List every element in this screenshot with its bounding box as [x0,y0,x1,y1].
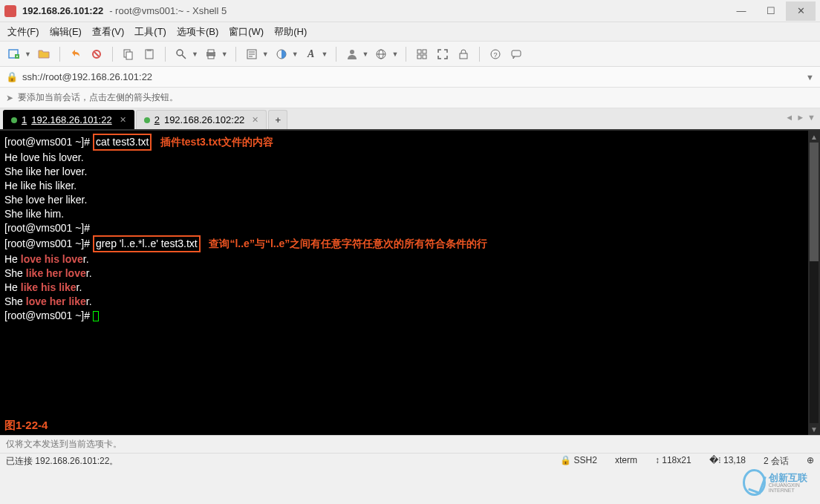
output-line: He like his liker. [4,179,816,193]
status-term: xterm [615,455,637,468]
chat-icon[interactable] [508,46,524,62]
maximize-button[interactable]: ☐ [756,1,786,21]
figure-label: 图1-22-4 [4,418,48,432]
svg-rect-18 [417,55,421,59]
menu-tabs[interactable]: 选项卡(B) [177,25,218,39]
lock-icon[interactable] [455,46,472,62]
menu-view[interactable]: 查看(V) [92,25,124,39]
dropdown-icon[interactable]: ▼ [391,50,398,58]
menu-file[interactable]: 文件(F) [7,25,39,39]
tabstrip: 1 192.168.26.101:22 ✕ 2 192.168.26.102:2… [0,108,820,131]
status-connection: 已连接 192.168.26.101:22。 [6,455,118,468]
menu-window[interactable]: 窗口(W) [229,25,264,39]
find-icon[interactable] [173,46,189,62]
tile-icon[interactable] [414,46,430,62]
output-line: He love his lover. [4,151,816,165]
output-line: She love her liker. [4,193,816,207]
scroll-thumb[interactable] [810,143,819,261]
annotation-2: 查询“l..e”与“l..e”之间有任意字符任意次的所有符合条件的行 [209,238,487,249]
print-icon[interactable] [203,46,219,62]
globe-icon[interactable] [373,46,389,62]
titlebar: 192.168.26.101:22 - root@vms001:~ - Xshe… [0,0,820,22]
tab-session-1[interactable]: 1 192.168.26.101:22 ✕ [3,110,134,129]
window-title-path: - root@vms001:~ - Xshell 5 [109,5,227,16]
svg-point-7 [177,50,183,56]
font-icon[interactable]: A [303,46,319,62]
grep-line: She love her liker. [4,295,816,309]
menu-help[interactable]: 帮助(H) [274,25,307,39]
minimize-button[interactable]: — [726,1,756,21]
svg-rect-9 [208,50,214,53]
dropdown-icon[interactable]: ▼ [192,50,198,58]
arrow-icon[interactable]: ➤ [6,93,13,103]
output-line: She like her lover. [4,165,816,179]
dropdown-icon[interactable]: ▼ [322,50,328,58]
tab-menu-icon[interactable]: ▼ [807,113,816,122]
address-url: ssh://root@192.168.26.101:22 [22,71,152,82]
tab-scroll-left-icon[interactable]: ◄ [785,113,793,122]
watermark-icon [743,469,766,496]
paste-icon[interactable] [141,46,157,62]
svg-rect-6 [147,49,152,51]
disconnect-icon[interactable] [88,46,105,62]
watermark-logo: 创新互联 CHUANGXIN INTERNET [743,465,817,500]
svg-point-13 [350,50,354,54]
statusbar: 已连接 192.168.26.101:22。 🔒 SSH2 xterm ↕ 11… [0,453,820,469]
grep-line: He like his liker. [4,281,816,295]
footer-hint: 仅将文本发送到当前选项卡。 [0,435,820,453]
svg-rect-19 [423,55,426,59]
open-icon[interactable] [36,46,52,62]
status-dot-icon [144,117,150,123]
profile-icon[interactable] [344,46,360,62]
dropdown-icon[interactable]: ▼ [221,50,228,58]
status-dot-icon [11,117,17,123]
grep-line: He love his lover. [4,252,816,266]
grep-line: She like her lover. [4,266,816,281]
annotation-1: 插件test3.txt文件的内容 [160,136,273,148]
lock-icon: 🔒 [6,71,18,82]
scroll-up-icon[interactable]: ▲ [808,131,820,143]
dropdown-icon[interactable]: ▼ [25,50,31,58]
svg-text:?: ? [494,51,498,59]
svg-rect-4 [126,52,132,59]
cmd-cat: cat test3.txt [93,134,152,151]
window-controls: — ☐ ✕ [726,1,816,21]
window-title-host: 192.168.26.101:22 [22,5,103,16]
fullscreen-icon[interactable] [435,46,451,62]
cursor [93,311,99,321]
app-icon [4,5,16,17]
tab-close-icon[interactable]: ✕ [120,115,126,125]
scroll-down-icon[interactable]: ▼ [808,423,820,435]
status-proto: 🔒 SSH2 [560,455,597,468]
color-icon[interactable] [273,46,290,62]
tab-close-icon[interactable]: ✕ [252,115,258,125]
terminal-scrollbar[interactable]: ▲ ▼ [808,131,820,435]
copy-icon[interactable] [120,46,137,62]
cmd-grep: grep 'l..e.*l..e' test3.txt [93,235,201,252]
new-session-icon[interactable] [6,46,22,62]
hintbar: ➤ 要添加当前会话，点击左侧的箭头按钮。 [0,88,820,108]
properties-icon[interactable] [244,46,260,62]
svg-rect-20 [460,53,467,59]
menu-tools[interactable]: 工具(T) [134,25,166,39]
addressbar[interactable]: 🔒 ssh://root@192.168.26.101:22 ▼ [0,67,820,88]
tab-add-button[interactable]: + [268,110,287,129]
terminal[interactable]: [root@vms001 ~]# cat test3.txt 插件test3.t… [0,131,820,435]
dropdown-icon[interactable]: ▼ [362,50,369,58]
close-button[interactable]: ✕ [786,1,816,21]
tab-scroll-right-icon[interactable]: ► [796,113,804,122]
status-pos: �⁝ 13,18 [709,455,746,468]
menubar: 文件(F) 编辑(E) 查看(V) 工具(T) 选项卡(B) 窗口(W) 帮助(… [0,22,820,42]
svg-rect-17 [423,50,426,53]
tab-session-2[interactable]: 2 192.168.26.102:22 ✕ [136,110,267,129]
dropdown-icon[interactable]: ▼ [806,73,814,82]
toolbar: ▼ ▼ ▼ ▼ ▼ A ▼ ▼ ▼ ? [0,42,820,67]
reconnect-icon[interactable] [68,46,84,62]
dropdown-icon[interactable]: ▼ [292,50,299,58]
svg-rect-23 [512,50,521,56]
dropdown-icon[interactable]: ▼ [262,50,269,58]
menu-edit[interactable]: 编辑(E) [50,25,82,39]
status-size: ↕ 118x21 [655,455,692,468]
help-icon[interactable]: ? [487,46,504,62]
output-line: She like him. [4,207,816,221]
